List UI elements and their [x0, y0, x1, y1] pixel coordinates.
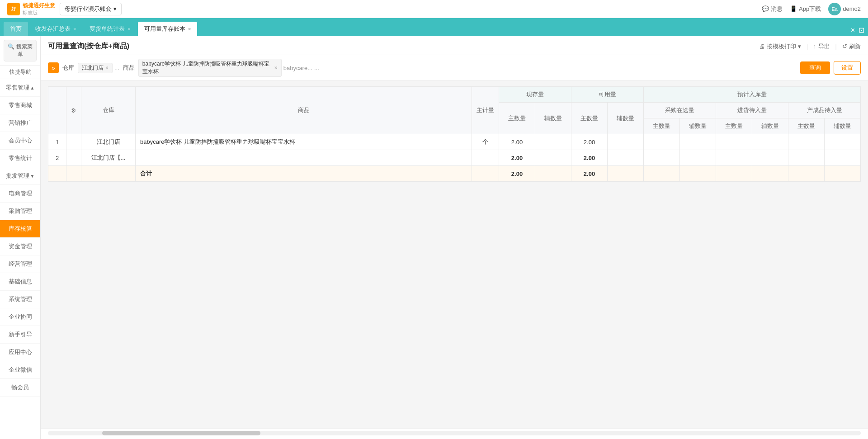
product-more[interactable]: babycare... [283, 65, 312, 71]
row2-po-main [644, 150, 680, 166]
message-btn[interactable]: 💬 消息 [762, 5, 783, 13]
tab-order-stats-close[interactable]: × [127, 26, 130, 32]
expand-icon: » [52, 64, 55, 71]
logo-icon: 好 [7, 3, 20, 15]
row2-stock-aux [535, 150, 571, 166]
sidebar-inventory-label: 库存核算 [9, 225, 32, 232]
print-label: 按模板打印 [767, 42, 796, 51]
app-download-btn[interactable]: 📱 App下载 [790, 5, 821, 13]
tab-close-all-icon[interactable]: × [851, 26, 855, 34]
export-btn[interactable]: ↑ 导出 [813, 42, 830, 51]
expand-filter-btn[interactable]: » [48, 62, 59, 73]
export-icon: ↑ [813, 43, 816, 50]
sidebar-item-enterprise-wechat[interactable]: 企业微信 [0, 361, 40, 379]
tab-restore-icon[interactable]: ⊡ [859, 26, 864, 34]
tab-income-summary-label: 收发存汇总表 [35, 25, 71, 33]
row2-warehouse: 江北门店【... [81, 150, 136, 166]
tab-order-stats-label: 要货单统计表 [90, 25, 125, 33]
sidebar-item-retail-stats[interactable]: 零售统计 [0, 150, 40, 167]
th-purchase-order-main: 主数量 [644, 118, 680, 134]
refresh-icon: ↺ [842, 43, 847, 50]
sidebar-item-ops-mgmt[interactable]: 经营管理 [0, 255, 40, 273]
horizontal-scrollbar[interactable] [102, 431, 260, 435]
row1-available-main: 2.00 [571, 134, 608, 150]
th-product-in-group: 产成品待入量 [788, 103, 861, 118]
product-tag-text: babycare学饮杯 儿童防摔防撞吸管杯重力球吸嘴杯宝宝水杯 [142, 60, 273, 76]
sidebar-item-retail-mall[interactable]: 零售商城 [0, 97, 40, 114]
product-tag[interactable]: babycare学饮杯 儿童防摔防撞吸管杯重力球吸嘴杯宝宝水杯 × [138, 59, 282, 77]
product-tag-close[interactable]: × [274, 65, 278, 71]
sidebar-search-area: 🔍 搜索菜单 [0, 36, 40, 66]
tab-income-summary-close[interactable]: × [73, 26, 76, 32]
row1-prodin-main [788, 134, 825, 150]
tab-bar: 首页 收发存汇总表 × 要货单统计表 × 可用量库存账本 × × ⊡ [0, 18, 868, 36]
th-stock-group: 现存量 [499, 87, 571, 103]
org-selector[interactable]: 母婴行业演示账套 ▾ [60, 3, 122, 15]
print-icon: 🖨 [759, 43, 765, 50]
footer-stock-main: 2.00 [499, 166, 535, 182]
top-bar: 好 畅捷通好生意 标准版 母婴行业演示账套 ▾ 💬 消息 📱 App下载 Ea … [0, 0, 868, 18]
sidebar-purchase-label: 采购管理 [9, 208, 32, 214]
sidebar-item-basic-info[interactable]: 基础信息 [0, 273, 40, 291]
product-more-dots[interactable]: ... [314, 65, 319, 71]
content-area: 可用量查询(按仓库+商品) 🖨 按模板打印 ▾ | ↑ 导出 | ↺ 刷新 [41, 36, 868, 439]
sidebar-item-purchase-mgmt[interactable]: 采购管理 [0, 203, 40, 220]
avatar: Ea [828, 3, 841, 15]
tab-bar-actions: × ⊡ [851, 26, 864, 36]
avatar-text: Ea [832, 6, 838, 12]
sidebar-ecommerce-label: 电商管理 [9, 190, 32, 197]
refresh-btn[interactable]: ↺ 刷新 [842, 42, 861, 51]
sidebar-item-ecommerce-mgmt[interactable]: 电商管理 [0, 185, 40, 203]
warehouse-tag[interactable]: 江北门店 × [78, 63, 113, 73]
top-bar-left: 好 畅捷通好生意 标准版 母婴行业演示账套 ▾ [7, 2, 122, 16]
app-icon: 📱 [790, 5, 797, 12]
sidebar-search-btn[interactable]: 🔍 搜索菜单 [4, 40, 37, 61]
table-row[interactable]: 1 江北门店 babycare学饮杯 儿童防摔防撞吸管杯重力球吸嘴杯宝宝水杯 个… [48, 134, 861, 150]
tab-order-stats[interactable]: 要货单统计表 × [83, 22, 137, 36]
org-name: 母婴行业演示账套 [65, 5, 112, 13]
tab-income-summary[interactable]: 收发存汇总表 × [29, 22, 82, 36]
setting-btn[interactable]: 设置 [834, 61, 861, 75]
sidebar-item-retail-mgmt[interactable]: 零售管理 ▲ [0, 79, 40, 97]
sidebar-item-inventory-check[interactable]: 库存核算 [0, 220, 40, 238]
query-btn[interactable]: 查询 [800, 61, 830, 74]
app-download-label: App下载 [799, 5, 821, 13]
th-stock-main: 主数量 [499, 103, 535, 134]
user-area[interactable]: Ea demo2 [828, 3, 861, 15]
sidebar-item-finance-mgmt[interactable]: 资金管理 [0, 238, 40, 255]
th-unit: 主计量 [472, 87, 499, 134]
page-header: 可用量查询(按仓库+商品) 🖨 按模板打印 ▾ | ↑ 导出 | ↺ 刷新 [41, 36, 868, 55]
row1-incoming-aux [752, 134, 788, 150]
sidebar-quick-nav[interactable]: 快捷导航 [0, 66, 40, 79]
sidebar-vip-member-label: 畅会员 [11, 384, 29, 391]
th-product-in-main: 主数量 [788, 118, 825, 134]
tab-available-inventory[interactable]: 可用量库存账本 × [138, 22, 197, 36]
warehouse-more[interactable]: ... [114, 65, 119, 71]
logo-text: 畅捷通好生意 [23, 2, 55, 9]
export-label: 导出 [818, 42, 830, 51]
sidebar-item-new-guide[interactable]: 新手引导 [0, 326, 40, 344]
sidebar-item-marketing[interactable]: 营销推广 [0, 114, 40, 132]
th-gear[interactable]: ⚙ [66, 87, 81, 134]
sidebar-marketing-label: 营销推广 [9, 119, 32, 126]
page-actions: 🖨 按模板打印 ▾ | ↑ 导出 | ↺ 刷新 [759, 42, 861, 51]
search-label: 搜索菜单 [16, 43, 33, 57]
sidebar-item-system-mgmt[interactable]: 系统管理 [0, 291, 40, 308]
row2-incoming-main [716, 150, 752, 166]
sidebar-item-app-center[interactable]: 应用中心 [0, 344, 40, 361]
sidebar-item-enterprise-collab[interactable]: 企业协同 [0, 308, 40, 326]
tab-available-inventory-close[interactable]: × [188, 26, 191, 32]
table-row[interactable]: 2 江北门店【... 2.00 2.00 [48, 150, 861, 166]
product-filter-section: 商品 babycare学饮杯 儿童防摔防撞吸管杯重力球吸嘴杯宝宝水杯 × bab… [123, 59, 319, 77]
sidebar-retail-mall-label: 零售商城 [9, 102, 32, 109]
sidebar-item-member-center[interactable]: 会员中心 [0, 132, 40, 150]
sidebar-item-wholesale-mgmt[interactable]: 批发管理 ▼ [0, 167, 40, 185]
sidebar-item-vip-member[interactable]: 畅会员 [0, 379, 40, 397]
row2-prodin-main [788, 150, 825, 166]
warehouse-tag-close[interactable]: × [105, 65, 108, 71]
sidebar-retail-mgmt-label: 零售管理 [6, 84, 29, 92]
tab-home[interactable]: 首页 [4, 22, 28, 36]
filter-bar: » 仓库 江北门店 × ... 商品 babycare学饮杯 儿童防摔防撞吸管杯… [41, 55, 868, 81]
print-btn[interactable]: 🖨 按模板打印 ▾ [759, 42, 801, 51]
sidebar-ops-label: 经营管理 [9, 260, 32, 267]
